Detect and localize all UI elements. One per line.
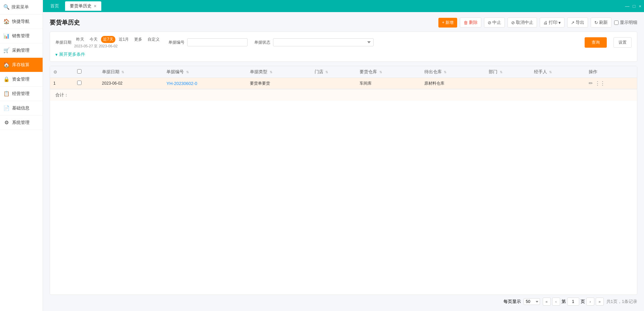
delete-button[interactable]: 🗑 删除	[460, 17, 481, 28]
cell-store	[311, 78, 356, 89]
bill-no-label: 单据编号	[168, 40, 184, 45]
more-action-icon[interactable]: ⋮⋮	[595, 80, 605, 86]
col-store-label: 门店	[315, 69, 323, 74]
sidebar-item-inventory[interactable]: 🏠 库存核算	[0, 58, 43, 72]
stop-button[interactable]: ⊘ 中止	[484, 17, 505, 28]
chevron-down-icon: ▾	[55, 52, 58, 57]
first-page-button[interactable]: «	[543, 298, 551, 306]
filter-bar: 单据日期 昨天 今天 近7天 近1月 更多 自定义 2023-05-27 至 2…	[50, 32, 637, 62]
cell-actions: ✏ ⋮⋮	[585, 78, 637, 89]
col-bill-no[interactable]: 单据编号 ⇅	[163, 66, 247, 78]
cell-date: 2023-06-02	[99, 78, 163, 89]
col-date[interactable]: 单据日期 ⇅	[99, 66, 163, 78]
date-opt-today[interactable]: 今天	[88, 36, 100, 43]
cell-index: 1	[50, 78, 74, 89]
col-department[interactable]: 部门 ⇅	[485, 66, 530, 78]
sort-pending-icon: ⇅	[444, 70, 446, 74]
display-detail-checkbox[interactable]	[614, 20, 619, 25]
col-settings[interactable]: ⚙	[50, 66, 74, 78]
date-opt-yesterday[interactable]: 昨天	[74, 36, 86, 43]
sidebar-item-quick-nav[interactable]: 🏠 快捷导航	[0, 14, 43, 29]
date-opt-7days[interactable]: 近7天	[101, 36, 115, 43]
edit-action-icon[interactable]: ✏	[589, 80, 593, 86]
refresh-button[interactable]: ↻ 刷新	[591, 17, 611, 28]
col-store[interactable]: 门店 ⇅	[311, 66, 356, 78]
bill-no-input[interactable]	[187, 38, 248, 46]
page-size-select[interactable]: 20 50 100	[524, 298, 540, 305]
prev-page-button[interactable]: ‹	[552, 298, 560, 306]
basic-icon: 📄	[3, 105, 9, 111]
status-label: 单据状态	[254, 40, 270, 45]
date-opt-1month[interactable]: 近1月	[117, 36, 131, 43]
cell-checkbox	[74, 78, 99, 89]
sidebar-item-system[interactable]: ⚙ 系统管理	[0, 116, 43, 130]
query-button[interactable]: 查询	[585, 37, 607, 48]
page-input[interactable]	[567, 298, 579, 306]
tab-bar-controls: — □ ×	[625, 4, 641, 9]
cancel-stop-button[interactable]: ⊘ 取消中止	[507, 17, 537, 28]
tab-home-label: 首页	[50, 3, 59, 9]
window-maximize[interactable]: □	[633, 4, 636, 9]
refresh-icon: ↻	[594, 20, 598, 25]
col-date-label: 单据日期	[102, 69, 119, 74]
bill-no-link[interactable]: YH-20230602-0	[166, 81, 197, 86]
sidebar-search-label: 搜索菜单	[11, 4, 29, 10]
sidebar-search[interactable]: 🔍 搜索菜单	[0, 0, 43, 14]
tab-home[interactable]: 首页	[46, 1, 64, 11]
sort-date-icon: ⇅	[121, 70, 124, 74]
date-range-display: 2023-05-27 至 2023-06-02	[74, 44, 162, 49]
sidebar-item-label: 系统管理	[12, 120, 30, 126]
sort-bill-type-icon: ⇅	[270, 70, 272, 74]
col-pending-warehouse-label: 待出仓库	[424, 69, 442, 74]
operations-icon: 📋	[3, 91, 9, 97]
sidebar-item-operations[interactable]: 📋 经营管理	[0, 87, 43, 101]
next-page-button[interactable]: ›	[586, 298, 594, 306]
sort-req-warehouse-icon: ⇅	[379, 70, 382, 74]
filter-row: 单据日期 昨天 今天 近7天 近1月 更多 自定义 2023-05-27 至 2…	[55, 36, 632, 49]
col-handler[interactable]: 经手人 ⇅	[531, 66, 585, 78]
col-handler-label: 经手人	[534, 69, 547, 74]
table-settings-icon[interactable]: ⚙	[53, 70, 57, 75]
col-req-warehouse[interactable]: 要货仓库 ⇅	[356, 66, 421, 78]
tab-requisition-history[interactable]: 要货单历史 ✕	[65, 1, 101, 11]
col-pending-warehouse[interactable]: 待出仓库 ⇅	[421, 66, 485, 78]
sidebar-item-label: 销售管理	[12, 33, 30, 39]
new-button[interactable]: + 新增	[438, 18, 457, 28]
sidebar-item-purchase[interactable]: 🛒 采购管理	[0, 43, 43, 58]
row-action-buttons: ✏ ⋮⋮	[589, 80, 634, 86]
last-page-button[interactable]: »	[596, 298, 604, 306]
col-actions-label: 操作	[589, 69, 597, 74]
tab-requisition-label: 要货单历史	[70, 3, 92, 9]
select-all-checkbox[interactable]	[77, 69, 82, 74]
sort-bill-no-icon: ⇅	[186, 70, 189, 74]
col-bill-type[interactable]: 单据类型 ⇅	[247, 66, 311, 78]
print-icon: 🖨	[543, 20, 548, 25]
col-bill-no-label: 单据编号	[166, 69, 184, 74]
system-icon: ⚙	[3, 120, 9, 126]
status-select[interactable]	[273, 38, 374, 46]
sidebar: 🔍 搜索菜单 🏠 快捷导航 📊 销售管理 🛒 采购管理 🏠 库存核算 🔒 资金管…	[0, 0, 43, 311]
date-options: 昨天 今天 近7天 近1月 更多 自定义 2023-05-27 至 2023-0…	[74, 36, 162, 49]
sidebar-item-basic[interactable]: 📄 基础信息	[0, 101, 43, 116]
sidebar-item-finance[interactable]: 🔒 资金管理	[0, 72, 43, 87]
total-info: 共1页，1条记录	[606, 299, 637, 305]
tab-close-icon[interactable]: ✕	[94, 4, 97, 8]
date-options-row: 昨天 今天 近7天 近1月 更多 自定义	[74, 36, 162, 43]
delete-icon: 🗑	[464, 20, 468, 25]
expand-more-btn[interactable]: ▾ 展开更多条件	[55, 51, 632, 57]
window-close[interactable]: ×	[639, 4, 641, 9]
date-opt-more[interactable]: 更多	[132, 36, 144, 43]
sidebar-item-sales[interactable]: 📊 销售管理	[0, 29, 43, 43]
export-button[interactable]: ↗ 导出	[567, 17, 588, 28]
print-button[interactable]: 🖨 打印 ▾	[540, 17, 565, 28]
page-size-label: 每页显示	[503, 299, 521, 305]
status-filter-group: 单据状态	[254, 38, 578, 46]
settings-button[interactable]: 设置	[613, 37, 632, 48]
export-icon: ↗	[571, 20, 575, 25]
row-checkbox[interactable]	[77, 81, 82, 85]
display-detail-toggle[interactable]: 显示明细	[614, 19, 637, 26]
date-opt-custom[interactable]: 自定义	[146, 36, 162, 43]
window-minimize[interactable]: —	[625, 4, 630, 9]
sort-handler-icon: ⇅	[549, 70, 552, 74]
toolbar: + 新增 🗑 删除 ⊘ 中止 ⊘ 取消中止 🖨 打印 ▾	[438, 17, 637, 28]
